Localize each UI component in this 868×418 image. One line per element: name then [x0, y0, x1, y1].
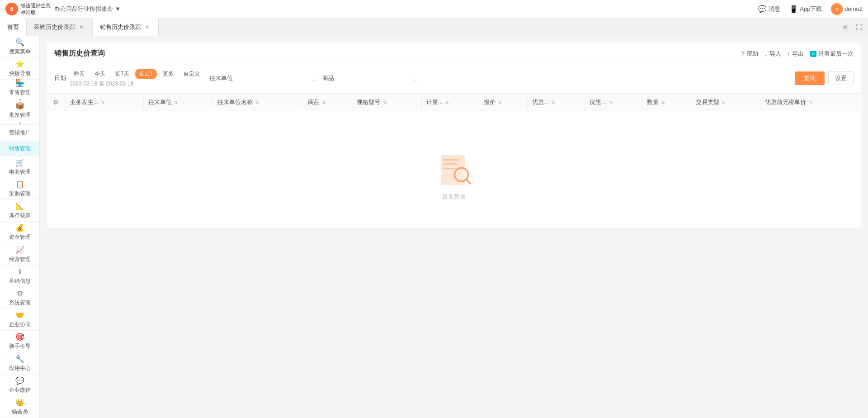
sort-icon-discount2[interactable]: ⇅: [609, 100, 613, 105]
logo-icon: 6: [5, 3, 18, 15]
close-all-tabs-button[interactable]: ✕: [840, 22, 851, 33]
wholesale-icon: 📦: [15, 101, 24, 110]
col-goods: 商品 ⇅: [303, 94, 352, 111]
sidebar-sub-item-marketing[interactable]: 营销推广: [0, 125, 39, 141]
sidebar-item-operations[interactable]: 📈 经营管理: [0, 243, 39, 265]
sidebar-item-member[interactable]: 👑 畅会员: [0, 396, 39, 418]
date-btn-today[interactable]: 今天: [90, 69, 109, 79]
logo-text: 畅捷通好生意 标准版: [21, 2, 51, 15]
sidebar-item-app-center[interactable]: 🔧 应用中心: [0, 352, 39, 374]
date-btn-more[interactable]: 更多: [159, 69, 178, 79]
column-settings-icon[interactable]: ⚙: [53, 99, 59, 106]
date-filter-group: 日期 昨天 今天 近7天 近1月 更多 自定义 2023-02-18 至 202…: [54, 69, 204, 88]
sidebar-label-quick: 快捷导航: [9, 70, 31, 77]
tab-purchase-close[interactable]: ✕: [78, 24, 85, 31]
sort-icon-partner-name[interactable]: ⇅: [255, 100, 259, 105]
message-icon: 💬: [758, 5, 767, 13]
sidebar-label-finance: 资金管理: [9, 233, 31, 241]
page-container: 销售历史价查询 ? 帮助 ↓ 导入 ↑ 导出 ✓: [47, 43, 861, 228]
sidebar-label-inventory: 库存核算: [9, 212, 31, 219]
col-price: 报价 ⇅: [479, 94, 528, 111]
header-left: 6 畅捷通好生意 标准版 办公用品行业模拟账套 ▼: [5, 2, 121, 15]
sort-icon-unit[interactable]: ⇅: [445, 100, 449, 105]
sidebar-item-finance[interactable]: 💰 资金管理: [0, 222, 39, 243]
tab-home[interactable]: 首页: [0, 18, 27, 36]
sidebar-item-collab[interactable]: 🤝 企业协同: [0, 309, 39, 331]
sidebar-item-wechat[interactable]: 💬 企业微信: [0, 375, 39, 396]
sidebar-label-collab: 企业协同: [9, 321, 31, 328]
page-title: 销售历史价查询: [54, 49, 105, 58]
message-action[interactable]: 💬 消息: [758, 5, 780, 13]
settings-button[interactable]: 设置: [828, 71, 854, 85]
col-settings: ⚙: [47, 94, 65, 111]
sort-icon-discount1[interactable]: ⇅: [552, 100, 555, 105]
sidebar-item-retail[interactable]: 🏪 零售管理 ▼: [0, 80, 39, 102]
date-btn-custom[interactable]: 自定义: [179, 69, 204, 79]
col-partner: 往来单位 ⇅: [143, 94, 213, 111]
breadcrumb-dropdown[interactable]: 办公用品行业模拟账套 ▼: [54, 5, 121, 13]
goods-dots-button[interactable]: ...: [413, 75, 418, 82]
svg-rect-3: [443, 168, 456, 169]
avatar: d: [831, 3, 843, 15]
sidebar-label-wechat: 企业微信: [9, 386, 31, 394]
svg-point-7: [459, 172, 462, 175]
partner-input[interactable]: [236, 73, 309, 83]
import-button[interactable]: ↓ 导入: [764, 50, 781, 58]
sidebar-item-basic-info[interactable]: ℹ 基础信息: [0, 266, 39, 287]
sidebar-label-system: 系统管理: [9, 299, 31, 307]
sort-icon-trade-type[interactable]: ⇅: [722, 100, 725, 105]
sidebar-label-basic-info: 基础信息: [9, 277, 31, 285]
logo-area: 6 畅捷通好生意 标准版: [5, 2, 51, 15]
sidebar-item-wholesale[interactable]: 📦 批发管理 ▲: [0, 102, 39, 125]
sort-icon-pre-discount-price[interactable]: ⇅: [809, 100, 812, 105]
only-last-checkbox-group[interactable]: ✓ 只看最后一次: [810, 50, 854, 58]
data-table: ⚙ 业务发生... ⇅ 往来单位 ⇅ 往来单位名称: [47, 94, 861, 111]
sidebar-item-purchase-mgmt[interactable]: 📋 采购管理: [0, 178, 39, 200]
fullscreen-button[interactable]: ⛶: [854, 22, 864, 33]
export-button[interactable]: ↑ 导出: [788, 50, 804, 58]
sidebar-item-quick[interactable]: ⭐ 快捷导航: [0, 58, 39, 80]
tab-purchase[interactable]: 采购历史价跟踪 ✕: [27, 18, 93, 36]
guide-icon: 🎯: [15, 332, 24, 341]
goods-label: 商品: [322, 74, 334, 82]
tab-sale-close[interactable]: ✕: [144, 24, 151, 31]
user-action[interactable]: d demo2: [831, 3, 863, 15]
search-button[interactable]: 查询: [795, 71, 825, 85]
col-discount2: 优惠... ⇅: [585, 94, 642, 111]
app-download-action[interactable]: 📱 App下载: [789, 5, 822, 13]
date-btn-1month[interactable]: 近1月: [135, 69, 157, 79]
sort-icon-price[interactable]: ⇅: [498, 100, 501, 105]
sidebar-item-guide[interactable]: 🎯 新手引导: [0, 331, 39, 352]
filter-btn-group: 查询 设置: [795, 71, 854, 85]
ecommerce-icon: 🛒: [15, 158, 24, 167]
sort-icon-goods[interactable]: ⇅: [322, 100, 326, 105]
col-trade-type: 交易类型 ⇅: [691, 94, 760, 111]
sort-icon-spec[interactable]: ⇅: [383, 100, 387, 105]
sidebar-sub-item-sales-mgmt[interactable]: 销售管理: [0, 141, 39, 157]
date-btn-yesterday[interactable]: 昨天: [70, 69, 89, 79]
col-qty: 数量 ⇅: [642, 94, 691, 111]
sidebar-item-ecommerce[interactable]: 🛒 电商管理: [0, 157, 39, 178]
date-btn-7days[interactable]: 近7天: [111, 69, 133, 79]
sort-icon-partner[interactable]: ⇅: [174, 100, 178, 105]
empty-text: 暂无数据: [442, 193, 466, 201]
table-wrap: ⚙ 业务发生... ⇅ 往来单位 ⇅ 往来单位名称: [47, 94, 861, 228]
breadcrumb-text: 办公用品行业模拟账套: [54, 5, 113, 13]
filter-area: 日期 昨天 今天 近7天 近1月 更多 自定义 2023-02-18 至 202…: [47, 63, 861, 94]
message-label: 消息: [769, 5, 780, 13]
goods-input[interactable]: [338, 73, 410, 83]
sidebar-label-wholesale: 批发管理: [9, 111, 31, 119]
main-layout: 🔍 搜索菜单 ⭐ 快捷导航 🏪 零售管理 ▼ 📦 批发管理 ▲ 营销推广 销售管…: [0, 36, 868, 418]
tab-sale[interactable]: 销售历史价跟踪 ✕: [93, 18, 159, 36]
import-label: 导入: [769, 50, 781, 58]
only-last-checkbox[interactable]: ✓: [810, 51, 816, 57]
sidebar-item-inventory[interactable]: 📐 库存核算: [0, 200, 39, 222]
purchase-icon: 📋: [15, 180, 24, 189]
help-button[interactable]: ? 帮助: [741, 50, 758, 58]
sidebar-label-search: 搜索菜单: [9, 48, 31, 56]
partner-dots-button[interactable]: ...: [311, 75, 317, 82]
sort-icon-qty[interactable]: ⇅: [661, 100, 665, 105]
sidebar-item-system[interactable]: ⚙ 系统管理: [0, 287, 39, 309]
sidebar-item-search[interactable]: 🔍 搜索菜单: [0, 36, 39, 58]
sort-icon-biz-date[interactable]: ⇅: [101, 100, 104, 105]
